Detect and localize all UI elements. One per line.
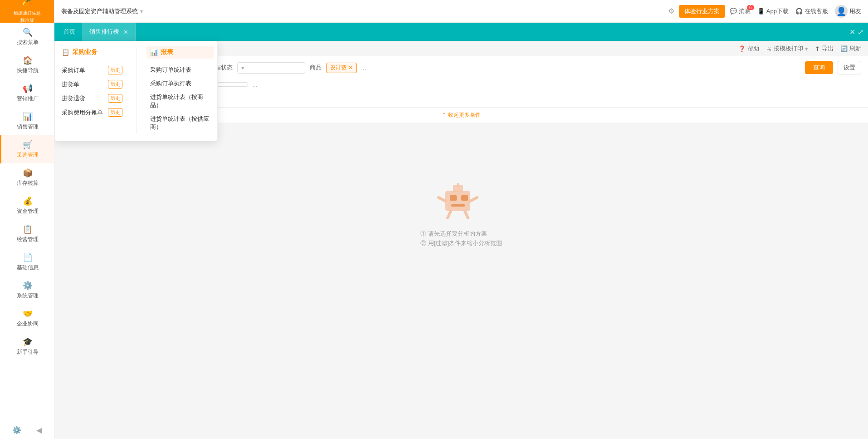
help-icon: ❓ <box>738 45 746 52</box>
settings-icon[interactable]: ⚙️ <box>12 426 21 434</box>
main-content: 装备及固定资产辅助管理系统 ▾ ⚙ 体验行业方案 💬 消息 6 📱 App下载 … <box>54 0 868 439</box>
sidebar-item-search[interactable]: 🔍 搜索菜单 <box>0 23 54 51</box>
query-button[interactable]: 查询 <box>805 61 833 74</box>
sidebar-item-purchase[interactable]: 🛒 采购管理 <box>0 135 54 163</box>
help-btn[interactable]: ❓ 帮助 <box>738 44 759 53</box>
cost-history-badge: 历史 <box>108 108 122 117</box>
return-history-badge: 历史 <box>108 94 122 103</box>
headset-icon: 🎧 <box>795 8 803 15</box>
inbound-label: 进货单 <box>62 80 79 89</box>
report-inbound-goods[interactable]: 进货单统计表（按商品） <box>150 90 211 112</box>
tab-home[interactable]: 首页 <box>57 23 83 41</box>
refresh-btn[interactable]: 🔄 刷新 <box>840 44 861 53</box>
tabbar: 首页 销售排行榜 ✕ ✕ ⤢ 📋 采购业务 采购订单 历史 <box>54 23 868 41</box>
home-icon: 🏠 <box>23 55 33 65</box>
close-tab-icon[interactable]: ✕ <box>849 28 855 36</box>
gear-icon[interactable]: ⚙ <box>668 7 674 15</box>
sidebar-item-inventory[interactable]: 📦 库存核算 <box>0 163 54 192</box>
sidebar-item-guide[interactable]: 🎓 新手引导 <box>0 332 54 360</box>
search-icon: 🔍 <box>23 27 33 37</box>
sidebar-item-system[interactable]: ⚙️ 系统管理 <box>0 276 54 304</box>
message-icon: 💬 <box>730 8 737 15</box>
user-item[interactable]: 👤 用友 <box>835 5 861 18</box>
avatar: 👤 <box>835 5 848 18</box>
print-btn[interactable]: 🖨 按模板打印 ▾ <box>766 44 808 53</box>
filter-dots-2[interactable]: ... <box>361 64 366 71</box>
reports-header-label: 报表 <box>161 48 173 56</box>
cost-item[interactable]: 采购费用分摊单 历史 <box>62 105 122 119</box>
print-icon: 🖨 <box>766 45 772 52</box>
sidebar-item-marketing-label: 营销推广 <box>17 95 39 103</box>
collapse-icon[interactable]: ◀ <box>36 426 42 434</box>
tab-sales-rank[interactable]: 销售排行榜 ✕ <box>83 23 136 41</box>
chevron-down-icon[interactable]: ▾ <box>140 8 143 15</box>
inbound-item[interactable]: 进货单 历史 <box>62 77 122 91</box>
industry-btn[interactable]: 体验行业方案 <box>679 5 725 18</box>
cost-label: 采购费用分摊单 <box>62 109 103 117</box>
filter-dots-4[interactable]: ... <box>253 81 258 88</box>
sidebar-item-enterprise-label: 企业协同 <box>17 320 39 328</box>
sidebar-item-purchase-label: 采购管理 <box>17 151 39 159</box>
sidebar-item-enterprise[interactable]: 🤝 企业协同 <box>0 304 54 332</box>
sidebar-item-guide-label: 新手引导 <box>17 348 39 356</box>
purchase-header-label: 采购业务 <box>72 48 98 56</box>
report-inbound-goods-label: 进货单统计表（按商品） <box>150 93 211 109</box>
finance-icon: 💰 <box>23 196 33 206</box>
sidebar-item-system-label: 系统管理 <box>17 292 39 300</box>
purchase-icon: 🛒 <box>23 140 33 150</box>
sidebar-nav: 🔍 搜索菜单 🏠 快捷导航 📢 营销推广 📊 销售管理 🛒 采购管理 📦 库存核… <box>0 23 54 421</box>
tabbar-actions: ✕ ⤢ <box>849 28 866 36</box>
refresh-icon: 🔄 <box>840 45 848 52</box>
app-logo: 🍊 畅捷通好生意 标准版 <box>0 0 54 23</box>
sidebar-item-marketing[interactable]: 📢 营销推广 <box>0 79 54 107</box>
settings-button[interactable]: 设置 <box>838 61 861 74</box>
phone-icon: 📱 <box>757 8 765 15</box>
refresh-label: 刷新 <box>849 44 861 53</box>
dropdown-menu: 📋 采购业务 采购订单 历史 进货单 历史 进货退货 历史 <box>54 41 218 141</box>
app-download-item[interactable]: 📱 App下载 <box>757 7 789 15</box>
svg-rect-0 <box>445 191 470 211</box>
logo-icon: 🍊 <box>21 0 33 9</box>
svg-rect-1 <box>450 195 457 201</box>
svg-line-7 <box>465 211 468 218</box>
sidebar-item-finance[interactable]: 💰 资金管理 <box>0 192 54 220</box>
sales-icon: 📊 <box>23 112 33 122</box>
sidebar-item-operations[interactable]: 📋 经营管理 <box>0 220 54 248</box>
online-service-label: 在线客服 <box>805 7 828 15</box>
basic-info-icon: 📄 <box>23 252 33 262</box>
reports-header-icon: 📊 <box>150 49 158 56</box>
sidebar-item-sales-label: 销售管理 <box>17 123 39 131</box>
close-icon[interactable]: ✕ <box>123 29 128 35</box>
svg-rect-3 <box>451 204 465 207</box>
goods-tag[interactable]: 设计费 ✕ <box>326 63 357 73</box>
system-title-text: 装备及固定资产辅助管理系统 <box>61 7 138 15</box>
purchase-order-item[interactable]: 采购订单 历史 <box>62 63 122 77</box>
empty-hint-1: ① 请先选择要分析的方案 <box>420 230 502 238</box>
notification-badge: 6 <box>747 5 754 10</box>
goods-label: 商品 <box>310 64 322 72</box>
expand-icon[interactable]: ⤢ <box>858 28 863 36</box>
report-purchase-stat[interactable]: 采购订单统计表 <box>150 63 211 77</box>
export-btn[interactable]: ⬆ 导出 <box>815 44 834 53</box>
reports-column: 📊 报表 采购订单统计表 采购订单执行表 进货单统计表（按商品） 进货单统计表（… <box>150 48 211 134</box>
return-item[interactable]: 进货退货 历史 <box>62 91 122 105</box>
sidebar-item-sales[interactable]: 📊 销售管理 <box>0 107 54 135</box>
report-purchase-stat-label: 采购订单统计表 <box>150 66 191 74</box>
notifications-item[interactable]: 💬 消息 6 <box>730 7 751 15</box>
report-inbound-supplier[interactable]: 进货单统计表（按供应商） <box>150 112 211 134</box>
empty-svg <box>434 179 488 220</box>
status-input[interactable]: ▾ <box>237 62 305 74</box>
inventory-icon: 📦 <box>23 168 33 178</box>
purchase-order-label: 采购订单 <box>62 66 85 74</box>
sidebar-item-quick-nav[interactable]: 🏠 快捷导航 <box>0 51 54 79</box>
sidebar-item-basic-info[interactable]: 📄 基础信息 <box>0 248 54 276</box>
online-service-item[interactable]: 🎧 在线客服 <box>795 7 828 15</box>
empty-illustration <box>434 179 488 222</box>
goods-tag-close-icon[interactable]: ✕ <box>348 64 353 71</box>
svg-rect-2 <box>461 195 468 201</box>
guide-icon: 🎓 <box>23 337 33 347</box>
purchase-order-history-badge: 历史 <box>108 66 122 74</box>
collapse-text: ⌃ 收起更多条件 <box>442 112 480 118</box>
report-purchase-exec[interactable]: 采购订单执行表 <box>150 77 211 90</box>
reports-col-header: 📊 报表 <box>146 46 215 59</box>
